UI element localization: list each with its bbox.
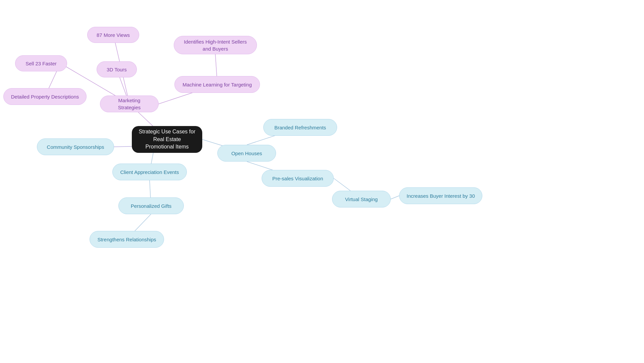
3dtours-node: 3D Tours — [97, 61, 137, 77]
svg-line-15 — [391, 196, 399, 199]
virtual-staging-node: Virtual Staging — [332, 191, 391, 207]
87views-node: 87 More Views — [87, 27, 139, 43]
personalized-gifts-node: Personalized Gifts — [118, 197, 184, 214]
detailed-property-node: Detailed Property Descriptions — [3, 88, 87, 105]
center-node: Strategic Use Cases for Real Estate Prom… — [132, 126, 202, 153]
community-sponsorships-node: Community Sponsorships — [37, 138, 114, 155]
ml-targeting-node: Machine Learning for Targeting — [174, 76, 260, 93]
strengthens-relationships-node: Strengthens Relationships — [90, 231, 164, 248]
high-intent-node: Identifies High-Intent Sellers and Buyer… — [174, 36, 257, 54]
client-events-node: Client Appreciation Events — [112, 164, 187, 180]
sell23-node: Sell 23 Faster — [15, 55, 67, 71]
open-houses-node: Open Houses — [217, 145, 276, 162]
marketing-strategies-node: Marketing Strategies — [100, 96, 159, 112]
branded-refreshments-node: Branded Refreshments — [263, 119, 337, 136]
pre-sales-visualization-node: Pre-sales Visualization — [262, 170, 334, 187]
increases-buyer-interest-node: Increases Buyer Interest by 30 — [399, 187, 482, 204]
